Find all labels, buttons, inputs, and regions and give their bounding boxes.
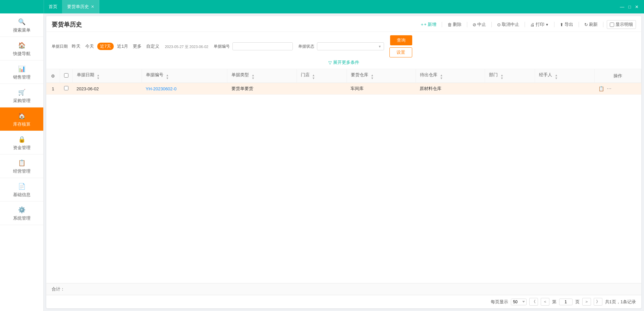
- col-req-warehouse-label: 要货仓库: [351, 72, 368, 77]
- cancel-stop-button[interactable]: ⊙ 取消中止: [495, 20, 521, 29]
- first-page-button[interactable]: 《: [529, 298, 538, 306]
- sort-down-icon6: ▼: [440, 77, 443, 80]
- maximize-icon[interactable]: □: [628, 4, 631, 9]
- tab-home[interactable]: 首页: [44, 0, 62, 13]
- settings-button[interactable]: 设置: [389, 47, 412, 57]
- row-pending-warehouse-cell: 原材料仓库: [416, 83, 485, 95]
- row-date: 2023-06-02: [76, 86, 99, 91]
- col-store-label: 门店: [301, 72, 310, 77]
- row-store-cell: [297, 83, 346, 95]
- purchase-icon: 🛒: [18, 89, 25, 96]
- col-handler-sort[interactable]: ▲ ▼: [555, 74, 558, 80]
- col-pending-warehouse-label: 待出仓库: [420, 72, 437, 77]
- close-window-icon[interactable]: ✕: [635, 4, 639, 9]
- sidebar-item-system[interactable]: ⚙️ 系统管理: [0, 202, 43, 225]
- table-body: 1 2023-06-02 YH-20230602-0 要货单要货: [46, 83, 641, 95]
- col-req-warehouse-sort[interactable]: ▲ ▼: [371, 74, 374, 80]
- col-bill-type-sort[interactable]: ▲ ▼: [252, 74, 255, 80]
- cancel-stop-icon: ⊙: [497, 22, 501, 27]
- bill-no-input[interactable]: [232, 42, 293, 50]
- sort-down-icon8: ▼: [555, 77, 558, 80]
- new-button[interactable]: ＋ + 新增: [418, 20, 438, 29]
- pagination-bar: 每页显示 10 20 50 100 《 ＜ 第 页 ＞ 》 共1页，1条记录: [46, 295, 641, 308]
- sidebar-item-basic-info[interactable]: 📄 基础信息: [0, 178, 43, 202]
- date-btn-last7days[interactable]: 近7天: [97, 43, 114, 50]
- row-action-icons: 📋 ⋯: [598, 86, 637, 91]
- select-all-checkbox[interactable]: [64, 73, 68, 78]
- page-number-input[interactable]: [559, 299, 573, 305]
- bill-no-label: 单据编号: [214, 44, 230, 49]
- sidebar-item-finance-label: 资金管理: [13, 145, 31, 151]
- row-checkbox[interactable]: [64, 86, 68, 90]
- col-date-sort[interactable]: ▲ ▼: [97, 74, 100, 80]
- separator-7: [603, 22, 603, 27]
- col-settings[interactable]: ⚙: [46, 69, 60, 83]
- delete-button[interactable]: 🗑 删除: [445, 20, 464, 29]
- col-bill-no-sort[interactable]: ▲ ▼: [166, 74, 169, 80]
- tab-close-icon[interactable]: ✕: [91, 4, 94, 9]
- table-row: 1 2023-06-02 YH-20230602-0 要货单要货: [46, 83, 641, 95]
- per-page-select[interactable]: 10 20 50 100: [511, 299, 527, 305]
- display-detail-button[interactable]: 显示明细: [607, 20, 636, 29]
- prev-page-button[interactable]: ＜: [541, 298, 549, 306]
- filter-actions: 查询 设置: [389, 35, 412, 57]
- sidebar-item-sales[interactable]: 📊 销售管理: [0, 60, 43, 84]
- sidebar-item-finance[interactable]: 🔒 资金管理: [0, 131, 43, 154]
- next-page-button[interactable]: ＞: [582, 298, 591, 306]
- sidebar-item-operations[interactable]: 📋 经营管理: [0, 154, 43, 178]
- expand-more-button[interactable]: ▽ 展开更多条件: [52, 59, 636, 65]
- display-detail-checkbox[interactable]: [610, 23, 614, 27]
- col-pending-warehouse-sort[interactable]: ▲ ▼: [440, 74, 443, 80]
- query-button[interactable]: 查询: [390, 35, 412, 45]
- print-button[interactable]: 🖨 打印 ▼: [528, 20, 551, 29]
- row-edit-icon[interactable]: 📋: [598, 86, 604, 91]
- last-page-button[interactable]: 》: [594, 298, 602, 306]
- sidebar-item-inventory-label: 库存核算: [13, 121, 31, 127]
- col-pending-warehouse: 待出仓库 ▲ ▼: [416, 69, 485, 83]
- sidebar-item-inventory[interactable]: 🏠 库存核算: [0, 107, 43, 131]
- separator-1: [442, 22, 442, 27]
- col-dept-label: 部门: [489, 72, 498, 77]
- sort-down-icon4: ▼: [312, 77, 315, 80]
- date-btn-today[interactable]: 今天: [84, 43, 95, 50]
- col-store-sort[interactable]: ▲ ▼: [312, 74, 315, 80]
- sidebar-item-operations-label: 经营管理: [13, 168, 31, 174]
- row-bill-no-link[interactable]: YH-20230602-0: [146, 86, 176, 91]
- sidebar-item-purchase[interactable]: 🛒 采购管理: [0, 84, 43, 107]
- sidebar-item-quick-nav[interactable]: 🏠 快捷导航: [0, 37, 43, 60]
- separator-4: [525, 22, 525, 27]
- sidebar-item-system-label: 系统管理: [13, 215, 31, 221]
- stop-button[interactable]: ⊘ 中止: [471, 20, 488, 29]
- separator-6: [579, 22, 579, 27]
- total-info: 共1页，1条记录: [605, 299, 636, 305]
- col-date-label: 单据日期: [77, 72, 94, 77]
- col-dept-sort[interactable]: ▲ ▼: [500, 74, 503, 80]
- quick-nav-icon: 🏠: [18, 42, 25, 49]
- row-req-warehouse-cell: 车间库: [346, 83, 416, 95]
- refresh-button[interactable]: ↻ 刷新: [582, 20, 600, 29]
- page-prefix: 第: [552, 299, 556, 305]
- minimize-icon[interactable]: —: [620, 4, 624, 9]
- col-handler: 经手人 ▲ ▼: [535, 69, 595, 83]
- date-btn-last1month[interactable]: 近1月: [116, 43, 129, 50]
- search-menu-icon: 🔍: [18, 18, 25, 26]
- col-operations: 操作: [594, 69, 641, 83]
- date-btn-custom[interactable]: 自定义: [145, 43, 161, 50]
- row-bill-type: 要货单要货: [231, 86, 253, 91]
- col-operations-label: 操作: [613, 73, 622, 78]
- filter-row: 单据日期 昨天 今天 近7天 近1月 更多 自定义 2023-05-27 至 2…: [52, 35, 636, 57]
- export-button[interactable]: ⬆ 导出: [558, 20, 575, 29]
- col-bill-type: 单据类型 ▲ ▼: [227, 69, 297, 83]
- row-bill-no-cell: YH-20230602-0: [142, 83, 227, 95]
- row-checkbox-cell: [60, 83, 72, 95]
- date-btn-more[interactable]: 更多: [131, 43, 143, 50]
- tab-requisition-history[interactable]: 要货单历史 ✕: [62, 0, 99, 13]
- date-btn-yesterday[interactable]: 昨天: [70, 43, 82, 50]
- sort-down-icon3: ▼: [252, 77, 255, 80]
- sidebar-item-quick-nav-label: 快捷导航: [13, 51, 31, 57]
- bill-status-input[interactable]: [317, 42, 384, 50]
- row-more-icon[interactable]: ⋯: [607, 86, 611, 91]
- sidebar-item-search-menu[interactable]: 🔍 搜索菜单: [0, 13, 43, 37]
- sort-down-icon7: ▼: [500, 77, 503, 80]
- sort-down-icon5: ▼: [371, 77, 374, 80]
